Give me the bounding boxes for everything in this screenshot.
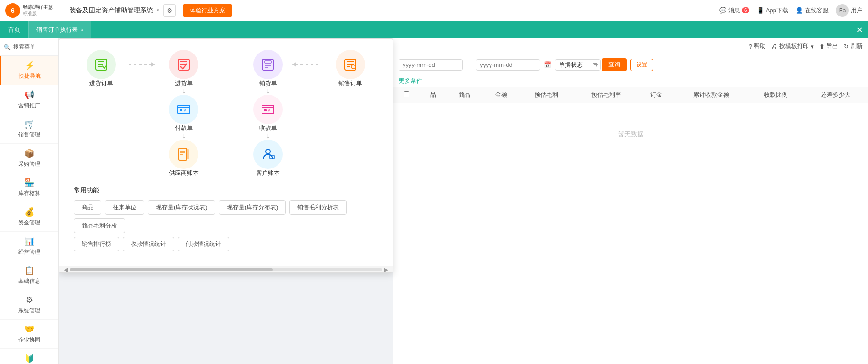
date-end-input[interactable] — [476, 59, 540, 71]
func-btn-receipt-stat[interactable]: 收款情况统计 — [123, 237, 174, 251]
logo-area: 6 畅康通好生意 标准版 — [5, 3, 64, 18]
help-label: 帮助 — [754, 42, 766, 50]
sidebar-item-guide[interactable]: 🔰 新手引导 — [0, 349, 58, 364]
more-conditions-link[interactable]: 更多条件 — [399, 77, 422, 84]
flow-node-purchase-bill[interactable]: 进货单 — [156, 50, 211, 87]
system-icon: ⚙ — [26, 295, 33, 305]
scrollbar-track[interactable] — [70, 268, 382, 271]
date-start-input[interactable] — [399, 59, 463, 71]
user-menu[interactable]: Ea 用户 — [836, 4, 863, 17]
svg-rect-23 — [264, 109, 267, 111]
svg-rect-25 — [179, 148, 187, 160]
refresh-button[interactable]: ↻ 刷新 — [844, 42, 863, 50]
sidebar-item-purchase[interactable]: 📦 采购管理 — [0, 144, 58, 173]
status-select[interactable]: 单据状态 — [555, 59, 601, 71]
purchase-order-icon — [87, 50, 116, 79]
purchase-icon: 📦 — [24, 148, 34, 158]
func-btn-stock-dist[interactable]: 现存量(库存分布表) — [219, 200, 286, 215]
scroll-left-button[interactable]: ◀ — [62, 266, 70, 273]
select-all-checkbox[interactable] — [404, 91, 409, 97]
sidebar-item-marketing[interactable]: 📢 营销推广 — [0, 85, 58, 114]
data-table: 品 商品 金额 预估毛利 预估毛利率 订金 累计收款金额 收款比例 还差多少天 — [393, 87, 868, 103]
sidebar-item-sales[interactable]: 🛒 销售管理 — [0, 114, 58, 144]
sidebar-item-system[interactable]: ⚙ 系统管理 — [0, 290, 58, 320]
arrow-down-receipt: ↓ — [266, 132, 270, 140]
modal-box: 进货订单 ▶ 进货单 — [59, 38, 393, 273]
operation-icon: 📊 — [24, 236, 34, 246]
online-service-button[interactable]: 👤 在线客服 — [796, 6, 829, 15]
sale-bill-icon — [253, 50, 283, 79]
query-button[interactable]: 查询 — [602, 58, 627, 71]
tab-home[interactable]: 首页 — [0, 21, 29, 38]
logo-text-block: 畅康通好生意 标准版 — [23, 4, 53, 16]
close-all-tabs-button[interactable]: ✕ — [851, 21, 868, 38]
receipt-label: 收款单 — [259, 124, 277, 132]
quick-nav-icon: ⚡ — [25, 60, 35, 71]
flow-node-customer[interactable]: 客户账本 — [240, 140, 295, 177]
system-title-area: 装备及固定资产辅助管理系统 ▾ ⚙ 体验行业方案 — [64, 4, 719, 17]
scroll-right-button[interactable]: ▶ — [382, 266, 390, 273]
settings-button[interactable]: 设置 — [630, 59, 653, 71]
payment-label: 付款单 — [175, 124, 193, 132]
refresh-label: 刷新 — [851, 42, 863, 50]
sidebar: 🔍 搜索菜单 ⚡ 快捷导航 📢 营销推广 🛒 销售管理 📦 采购管理 🏪 库存核… — [0, 38, 59, 364]
arrow-down-purchase: ↓ — [182, 87, 186, 95]
message-button[interactable]: 💬 消息 6 — [719, 6, 749, 15]
calendar-icon[interactable]: 📅 — [544, 61, 551, 68]
quick-nav-label: 快捷导航 — [19, 72, 41, 80]
filter-row: — 📅 单据状态 ▾ 查询 设置 — [393, 54, 868, 75]
flow-node-sale-bill[interactable]: 销货单 — [240, 50, 295, 87]
online-service-label: 在线客服 — [805, 6, 829, 15]
col-days-remaining: 还差多少天 — [803, 87, 868, 103]
message-label: 消息 — [728, 6, 740, 15]
func-btn-goods-margin[interactable]: 商品毛利分析 — [74, 218, 125, 233]
inventory-icon: 🏪 — [24, 178, 34, 188]
svg-point-15 — [351, 65, 355, 69]
purchase-bill-label: 进货单 — [175, 79, 193, 87]
help-button[interactable]: ? 帮助 — [749, 42, 766, 50]
online-service-icon: 👤 — [796, 7, 803, 14]
flow-node-purchase-order[interactable]: 进货订单 — [74, 50, 129, 87]
col-checkbox[interactable] — [393, 87, 420, 103]
sidebar-item-quick-nav[interactable]: ⚡ 快捷导航 — [0, 56, 58, 85]
flow-node-receipt[interactable]: ¥ 收款单 — [240, 95, 295, 132]
basic-icon: 📋 — [24, 266, 34, 276]
trial-button[interactable]: 体验行业方案 — [183, 4, 232, 17]
func-btn-sales-margin[interactable]: 销售毛利分析表 — [289, 200, 347, 215]
tab-sales-order[interactable]: 销售订单执行表 × — [29, 21, 91, 38]
operation-label: 经营管理 — [18, 248, 40, 256]
app-download-icon: 📱 — [757, 7, 764, 14]
supplier-label: 供应商账本 — [169, 169, 199, 177]
message-badge: 6 — [742, 7, 749, 13]
export-button[interactable]: ⬆ 导出 — [819, 42, 838, 50]
col-deposit: 订金 — [639, 87, 675, 103]
col-est-margin-rate: 预估毛利率 — [574, 87, 639, 103]
marketing-icon: 📢 — [24, 90, 34, 100]
sidebar-item-collab[interactable]: 🤝 企业协同 — [0, 320, 58, 349]
flow-node-sale-order[interactable]: 销售订单 — [323, 50, 378, 87]
func-btn-sales-rank[interactable]: 销售排行榜 — [74, 237, 119, 251]
basic-label: 基础信息 — [18, 277, 40, 285]
sidebar-item-finance[interactable]: 💰 资金管理 — [0, 202, 58, 232]
print-template-button[interactable]: 🖨 按模板打印 ▾ — [771, 42, 814, 50]
system-dropdown-icon[interactable]: ▾ — [157, 7, 159, 13]
svg-text:¥: ¥ — [267, 109, 270, 113]
func-btn-goods[interactable]: 商品 — [74, 200, 101, 215]
logo-icon: 6 — [5, 3, 20, 18]
func-btn-contacts[interactable]: 往来单位 — [105, 200, 144, 215]
settings-gear-button[interactable]: ⚙ — [163, 4, 176, 17]
svg-rect-19 — [180, 109, 182, 111]
sidebar-item-inventory[interactable]: 🏪 库存核算 — [0, 173, 58, 202]
tab-bar: 首页 销售订单执行表 × ✕ — [0, 21, 868, 38]
func-btn-stock-status[interactable]: 现存量(库存状况表) — [148, 200, 215, 215]
flow-node-payment[interactable]: ¥ 付款单 — [156, 95, 211, 132]
user-avatar: Ea — [836, 4, 849, 17]
sidebar-item-basic[interactable]: 📋 基础信息 — [0, 261, 58, 290]
flow-node-supplier[interactable]: 供应商账本 — [156, 140, 211, 177]
tab-close-icon[interactable]: × — [81, 27, 83, 33]
search-menu-button[interactable]: 🔍 搜索菜单 — [0, 38, 58, 56]
func-btn-payment-stat[interactable]: 付款情况统计 — [178, 237, 229, 251]
sidebar-item-operation[interactable]: 📊 经营管理 — [0, 232, 58, 261]
app-download-button[interactable]: 📱 App下载 — [757, 6, 788, 15]
logo-text: 畅康通好生意 — [23, 4, 53, 10]
